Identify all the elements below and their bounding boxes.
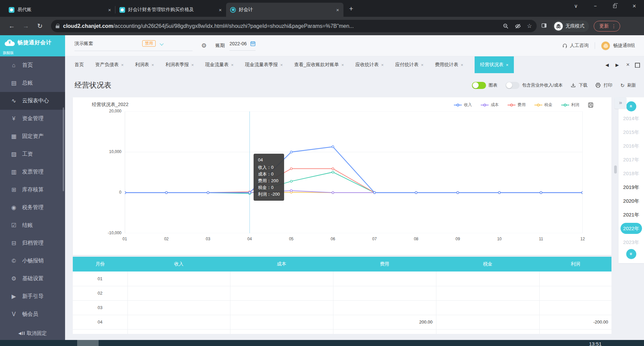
chart-canvas[interactable] [125, 111, 583, 233]
sidebar-item-资金管理[interactable]: ¥资金管理 [0, 110, 65, 128]
tab-close-icon[interactable]: × [421, 62, 424, 67]
table-row[interactable]: 03 [73, 300, 611, 315]
tab-close-icon[interactable]: × [191, 62, 194, 67]
tab-close-icon[interactable]: × [341, 62, 344, 67]
download-button[interactable]: 下载 [571, 82, 587, 88]
sidebar-item-发票管理[interactable]: ▥发票管理 [0, 163, 65, 181]
taskbar-app-button[interactable] [77, 340, 99, 346]
support-link[interactable]: 人工咨询 [562, 43, 589, 49]
eye-off-icon[interactable] [515, 23, 521, 29]
window-close-button[interactable]: × [625, 0, 644, 12]
report-tab-经营状况表[interactable]: 经营状况表× [475, 56, 514, 73]
year-item-2023年[interactable]: 2023年 [619, 235, 644, 249]
sidebar-item-库存核算[interactable]: ⊞库存核算 [0, 181, 65, 199]
report-tab-现金流量表[interactable]: 现金流量表× [205, 56, 234, 73]
report-tab-应付统计表[interactable]: 应付统计表× [395, 56, 424, 73]
report-tab-资产负债表[interactable]: 资产负债表× [95, 56, 124, 73]
year-item-2021年[interactable]: 2021年 [619, 208, 644, 221]
browser-tab-3[interactable]: 好会计× [226, 3, 343, 17]
tab-close-icon[interactable]: × [121, 62, 124, 67]
table-row[interactable]: 04200.00-200.00 [73, 315, 611, 329]
report-tab-home[interactable]: 首页 [74, 56, 84, 73]
table-row[interactable]: 01 [73, 271, 611, 286]
report-tab-利润表季报[interactable]: 利润表季报× [165, 56, 194, 73]
sidebar-item-总账[interactable]: ▤总账 [0, 74, 65, 92]
chart-toggle[interactable]: 图表 [472, 82, 497, 89]
content-scrollbar[interactable] [614, 165, 617, 174]
sidebar-item-新手引导[interactable]: ▶新手引导 [0, 288, 65, 305]
sidebar-item-小畅报销[interactable]: ©小畅报销 [0, 252, 65, 270]
tab-close-icon[interactable]: × [231, 62, 234, 67]
year-item-2016年[interactable]: 2016年 [619, 139, 644, 153]
save-image-icon[interactable] [588, 102, 593, 108]
update-button[interactable]: 更新⋮ [594, 21, 620, 32]
bookmark-star-icon[interactable]: ☆ [527, 22, 532, 30]
account-selector[interactable]: 演示账套 禁用 [74, 40, 193, 51]
table-row[interactable]: 02 [73, 286, 611, 300]
include-toggle-switch[interactable] [505, 82, 520, 89]
incognito-badge[interactable]: 无痕模式 [553, 20, 589, 32]
window-minimize-button[interactable]: − [586, 0, 605, 12]
sidebar-item-基础设置[interactable]: ⚙基础设置 [0, 270, 65, 288]
user-avatar[interactable] [601, 41, 610, 50]
tab-close-icon[interactable]: × [152, 62, 154, 67]
legend-item-成本[interactable]: 成本 [481, 102, 499, 108]
year-item-2017年[interactable]: 2017年 [619, 153, 644, 166]
refresh-button[interactable]: ↻ 刷新 [620, 82, 636, 88]
zoom-icon[interactable] [503, 23, 509, 29]
year-item-2018年[interactable]: 2018年 [619, 166, 644, 180]
sidebar-item-结账[interactable]: ☑结账 [0, 216, 65, 234]
sidebar-item-固定资产[interactable]: ▦固定资产 [0, 128, 65, 145]
tab-close-icon[interactable]: × [461, 62, 464, 67]
tab-close-icon[interactable]: × [107, 7, 112, 13]
year-item-2015年[interactable]: 2015年 [619, 125, 644, 139]
sidebar-item-首页[interactable]: ⌂首页 [0, 56, 65, 74]
tab-close-icon[interactable]: × [335, 7, 340, 13]
forward-button[interactable]: → [19, 22, 33, 30]
report-tab-现金流量表季报[interactable]: 现金流量表季报× [245, 56, 283, 73]
window-menu-chevron-icon[interactable]: ∨ [566, 0, 586, 12]
sidebar-item-税务管理[interactable]: ◉税务管理 [0, 199, 65, 216]
tab-scroll-left-button[interactable]: ◀ [602, 62, 612, 67]
legend-item-税金[interactable]: 税金 [534, 102, 552, 108]
window-restore-button[interactable] [605, 0, 625, 12]
print-button[interactable]: 打印 [595, 82, 612, 88]
collapse-rail-icon[interactable]: » [614, 97, 627, 109]
side-panel-icon[interactable] [541, 23, 548, 30]
legend-item-收入[interactable]: 收入 [454, 102, 472, 108]
tab-scroll-right-button[interactable]: ▶ [612, 62, 622, 67]
sidebar-item-工资[interactable]: ▨工资 [0, 145, 65, 163]
chevron-down-icon[interactable] [160, 42, 163, 45]
year-item-2019年[interactable]: 2019年 [619, 180, 644, 194]
sidebar-scrollbar[interactable] [63, 107, 64, 191]
close-all-tabs-button[interactable]: × [622, 61, 634, 68]
report-tab-利润表[interactable]: 利润表× [135, 56, 154, 73]
tab-close-icon[interactable]: × [381, 62, 384, 67]
unpin-sidebar-button[interactable]: ◀ 取消固定 [0, 327, 65, 340]
legend-item-费用[interactable]: 费用 [507, 102, 526, 108]
calendar-icon[interactable] [250, 41, 256, 46]
settings-gear-icon[interactable]: ⚙ [201, 42, 207, 49]
legend-item-利润[interactable]: 利润 [561, 102, 579, 108]
include-toggle[interactable]: 包含营业外收入/成本 [505, 82, 563, 89]
user-name[interactable]: 畅捷通B组 [613, 43, 644, 49]
year-item-2020年[interactable]: 2020年 [619, 194, 644, 208]
table-row[interactable] [73, 329, 611, 334]
tab-close-icon[interactable]: × [506, 62, 508, 67]
address-bar[interactable]: cloud2.chanjet.com/accounting/uh26t264j5… [51, 20, 537, 32]
tab-close-icon[interactable]: × [280, 62, 283, 67]
tab-close-icon[interactable]: × [218, 7, 223, 13]
fullscreen-icon[interactable] [635, 63, 639, 67]
sidebar-item-畅会员[interactable]: Ⅴ畅会员 [0, 305, 65, 323]
chart-toggle-switch[interactable] [472, 82, 486, 89]
new-tab-button[interactable]: + [346, 4, 356, 14]
sidebar-item-归档管理[interactable]: ⊟归档管理 [0, 234, 65, 252]
browser-tab-2[interactable]: 好会计财务管理软件购买价格及× [115, 3, 226, 17]
report-tab-费用统计表[interactable]: 费用统计表× [435, 56, 464, 73]
report-tab-应收统计表[interactable]: 应收统计表× [355, 56, 384, 73]
back-button[interactable]: ← [5, 22, 19, 30]
sidebar-item-云报表中心[interactable]: ∿云报表中心 [0, 92, 65, 110]
year-item-2014年[interactable]: 2014年 [619, 111, 644, 125]
years-scroll-down-button[interactable]: » [626, 249, 636, 259]
years-scroll-up-button[interactable]: « [626, 101, 636, 111]
